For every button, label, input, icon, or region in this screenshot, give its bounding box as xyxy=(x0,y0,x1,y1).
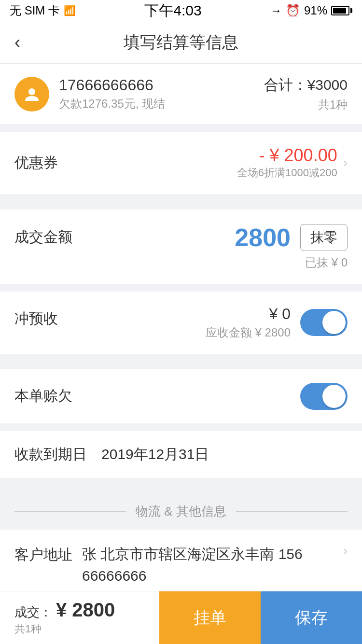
separator-2 xyxy=(0,362,362,369)
amount-label: 成交金额 xyxy=(14,227,72,247)
coupon-right: - ¥ 200.00 全场6折满1000减200 › xyxy=(237,145,348,181)
prepay-right: ¥ 0 应收金额 ¥ 2800 xyxy=(206,305,348,340)
bottom-bar: 成交： ¥ 2800 共1种 挂单 保存 xyxy=(0,591,362,644)
alarm-icon: ⏰ xyxy=(286,4,300,17)
page-title: 填写结算等信息 xyxy=(124,31,238,54)
status-time: 下午4:03 xyxy=(144,1,201,21)
coupon-desc: 全场6折满1000减200 xyxy=(237,166,337,181)
debt-toggle[interactable] xyxy=(300,383,348,410)
separator-1 xyxy=(0,202,362,210)
divider-line-right xyxy=(236,511,348,512)
prepay-toggle[interactable] xyxy=(300,309,348,336)
address-label: 客户地址 xyxy=(14,543,72,565)
nav-bar: ‹ 填写结算等信息 xyxy=(0,21,362,64)
amount-value: 2800 xyxy=(235,223,291,252)
svg-point-0 xyxy=(28,88,35,95)
total-count: 共1种 xyxy=(264,97,348,112)
carrier-text: 无 SIM 卡 xyxy=(10,3,60,18)
main-content: 17666666666 欠款1276.35元, 现结 合计：¥3000 共1种 … xyxy=(0,64,362,644)
customer-left: 17666666666 欠款1276.35元, 现结 xyxy=(14,76,165,112)
coupon-label: 优惠券 xyxy=(14,153,58,173)
back-button[interactable]: ‹ xyxy=(14,32,30,53)
status-bar: 无 SIM 卡 📶 下午4:03 → ⏰ 91% xyxy=(0,0,362,21)
prepay-amount: ¥ 0 xyxy=(206,305,291,323)
bottom-buttons: 挂单 保存 xyxy=(159,591,362,644)
coupon-row[interactable]: 优惠券 - ¥ 200.00 全场6折满1000减200 › xyxy=(0,132,362,194)
deal-amount-section: 成交金额 2800 抹零 已抹 ¥ 0 xyxy=(0,210,362,284)
prepay-values: ¥ 0 应收金额 ¥ 2800 xyxy=(206,305,291,340)
amount-sub-text: 已抹 ¥ 0 xyxy=(14,255,348,270)
duedate-value: 2019年12月31日 xyxy=(101,445,209,464)
bottom-deal: 成交： ¥ 2800 xyxy=(14,599,145,621)
debt-toggle-thumb xyxy=(322,385,346,408)
customer-details: 17666666666 欠款1276.35元, 现结 xyxy=(59,76,165,112)
debt-section: 本单赊欠 xyxy=(0,369,362,423)
amount-row: 成交金额 2800 抹零 xyxy=(14,223,348,252)
status-left: 无 SIM 卡 📶 xyxy=(10,3,76,18)
coupon-amount: - ¥ 200.00 xyxy=(237,145,337,166)
address-content: 张 北京市市辖区海淀区永丰南 156 66666666 xyxy=(82,543,334,587)
duedate-label: 收款到期日 xyxy=(14,445,87,464)
logistics-divider: 物流 & 其他信息 xyxy=(0,493,362,530)
prepay-row: 冲预收 ¥ 0 应收金额 ¥ 2800 xyxy=(14,305,348,340)
toggle-thumb xyxy=(322,311,346,334)
battery-percent: 91% xyxy=(304,4,327,17)
status-right: → ⏰ 91% xyxy=(270,4,352,17)
prepay-receivable: 应收金额 ¥ 2800 xyxy=(206,325,291,340)
pending-button[interactable]: 挂单 xyxy=(159,591,261,644)
debt-label: 本单赊欠 xyxy=(14,386,72,406)
prepay-section: 冲预收 ¥ 0 应收金额 ¥ 2800 xyxy=(0,292,362,354)
divider-line-left xyxy=(14,511,126,512)
round-button[interactable]: 抹零 xyxy=(300,224,348,251)
customer-info-row: 17666666666 欠款1276.35元, 现结 合计：¥3000 共1种 xyxy=(0,64,362,124)
bottom-deal-count: 共1种 xyxy=(14,622,145,636)
coupon-chevron-icon: › xyxy=(343,155,348,170)
total-amount: 合计：¥3000 xyxy=(264,75,348,95)
customer-phone: 17666666666 xyxy=(59,76,165,94)
customer-total: 合计：¥3000 共1种 xyxy=(264,75,348,112)
save-button[interactable]: 保存 xyxy=(261,591,362,644)
amount-right: 2800 抹零 xyxy=(235,223,348,252)
prepay-label: 冲预收 xyxy=(14,305,58,329)
bottom-info: 成交： ¥ 2800 共1种 xyxy=(0,599,159,636)
duedate-section: 收款到期日 2019年12月31日 xyxy=(0,431,362,478)
bottom-deal-label: 成交： xyxy=(14,604,52,621)
bottom-deal-amount: ¥ 2800 xyxy=(56,599,115,621)
address-section[interactable]: 客户地址 张 北京市市辖区海淀区永丰南 156 66666666 › xyxy=(0,530,362,600)
address-chevron-icon: › xyxy=(343,543,348,559)
avatar xyxy=(14,77,49,112)
separator-3 xyxy=(0,486,362,493)
battery-icon xyxy=(331,6,352,15)
logistics-divider-text: 物流 & 其他信息 xyxy=(136,503,226,520)
wifi-icon: 📶 xyxy=(64,5,76,16)
location-icon: → xyxy=(270,4,282,17)
customer-sub-text: 欠款1276.35元, 现结 xyxy=(59,96,165,112)
